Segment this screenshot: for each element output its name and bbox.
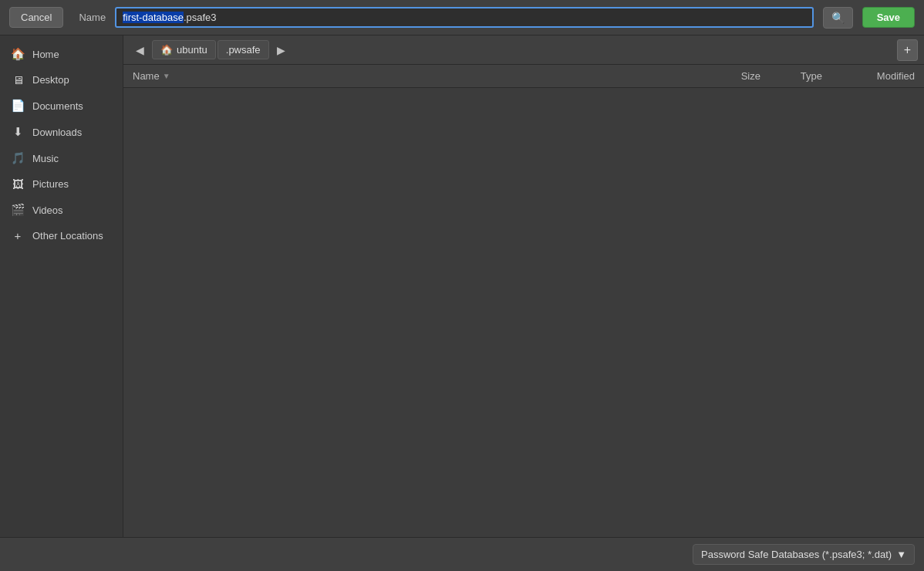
breadcrumb-label: .pwsafe (226, 44, 261, 56)
home-icon: 🏠 (11, 47, 25, 61)
sidebar-item-downloads[interactable]: ⬇ Downloads (0, 120, 123, 144)
column-type[interactable]: Type (760, 70, 822, 82)
column-headers: Name ▼ Size Type Modified (123, 65, 924, 88)
filename-input[interactable] (115, 7, 813, 28)
dropdown-arrow-icon: ▼ (896, 549, 906, 560)
column-modified[interactable]: Modified (822, 70, 915, 82)
sidebar-item-music[interactable]: 🎵 Music (0, 146, 123, 171)
sidebar-item-label: Pictures (32, 178, 69, 190)
new-folder-button[interactable]: + (897, 39, 918, 61)
column-type-label: Type (801, 70, 822, 82)
file-listing (123, 88, 924, 537)
sidebar-item-label: Other Locations (32, 230, 103, 242)
column-size-label: Size (741, 70, 760, 82)
sidebar-item-home[interactable]: 🏠 Home (0, 42, 123, 66)
filetype-dropdown[interactable]: Password Safe Databases (*.psafe3; *.dat… (693, 544, 915, 565)
home-breadcrumb-icon: 🏠 (160, 44, 173, 56)
search-icon: 🔍 (831, 12, 845, 24)
sidebar-item-label: Videos (32, 204, 63, 216)
back-button[interactable]: ◀ (130, 41, 150, 59)
sidebar-item-desktop[interactable]: 🖥 Desktop (0, 68, 123, 92)
sort-arrow-icon: ▼ (163, 72, 170, 80)
sidebar-item-videos[interactable]: 🎬 Videos (0, 198, 123, 222)
search-button[interactable]: 🔍 (823, 7, 853, 29)
breadcrumb-ubuntu[interactable]: 🏠 ubuntu (152, 40, 216, 59)
downloads-icon: ⬇ (11, 125, 25, 139)
sidebar-item-other-locations[interactable]: + Other Locations (0, 224, 123, 248)
sidebar: 🏠 Home 🖥 Desktop 📄 Documents ⬇ Downloads… (0, 35, 123, 537)
other-locations-icon: + (11, 229, 25, 242)
column-name[interactable]: Name ▼ (133, 70, 699, 82)
sidebar-item-label: Music (32, 153, 59, 164)
music-icon: 🎵 (11, 151, 25, 165)
column-size[interactable]: Size (699, 70, 760, 82)
back-arrow-icon: ◀ (136, 44, 144, 56)
breadcrumb-bar: ◀ 🏠 ubuntu .pwsafe ▶ + (123, 35, 924, 65)
sidebar-item-label: Home (32, 49, 59, 60)
breadcrumb-pwsafe[interactable]: .pwsafe (218, 40, 269, 59)
sidebar-item-pictures[interactable]: 🖼 Pictures (0, 172, 123, 196)
pictures-icon: 🖼 (11, 177, 25, 191)
breadcrumb-label: ubuntu (177, 44, 207, 56)
name-label: Name (79, 12, 106, 23)
desktop-icon: 🖥 (11, 73, 25, 86)
file-area: ◀ 🏠 ubuntu .pwsafe ▶ + Name ▼ Size (123, 35, 924, 537)
save-button[interactable]: Save (862, 7, 915, 28)
forward-button[interactable]: ▶ (271, 41, 292, 59)
sidebar-item-documents[interactable]: 📄 Documents (0, 93, 123, 118)
main-content: 🏠 Home 🖥 Desktop 📄 Documents ⬇ Downloads… (0, 35, 924, 537)
videos-icon: 🎬 (11, 203, 25, 217)
sidebar-item-label: Desktop (32, 74, 69, 86)
cancel-button[interactable]: Cancel (9, 7, 63, 28)
forward-arrow-icon: ▶ (277, 44, 285, 56)
top-bar: Cancel Name 🔍 Save (0, 0, 924, 35)
sidebar-item-label: Downloads (32, 127, 82, 138)
column-name-label: Name (133, 70, 160, 82)
sidebar-item-label: Documents (32, 100, 83, 112)
filetype-label: Password Safe Databases (*.psafe3; *.dat… (701, 549, 892, 560)
new-folder-icon: + (904, 43, 911, 56)
documents-icon: 📄 (11, 99, 25, 113)
column-modified-label: Modified (877, 70, 915, 82)
bottom-bar: Password Safe Databases (*.psafe3; *.dat… (0, 537, 924, 571)
